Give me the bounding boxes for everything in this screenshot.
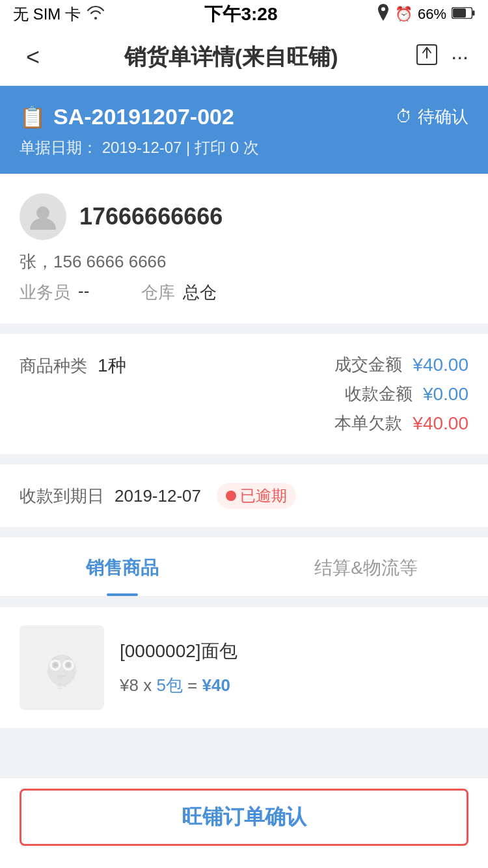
product-price-prefix: ¥8 x — [120, 675, 156, 695]
warehouse-meta: 仓库 总仓 — [141, 281, 217, 304]
due-date-value: 2019-12-07 — [115, 486, 201, 506]
share-icon[interactable] — [416, 44, 438, 71]
balance-label: 本单欠款 — [334, 412, 402, 435]
status-right: ⏰ 66% — [377, 4, 475, 25]
transaction-label: 成交金额 — [334, 353, 402, 376]
order-date-row: 单据日期： 2019-12-07 | 打印 0 次 — [20, 137, 468, 158]
transaction-amount: ¥40.00 — [413, 355, 468, 375]
product-card: 管+ [0000002]面包 ¥8 x 5包 = ¥40 — [0, 607, 488, 728]
order-header-card: 📋 SA-20191207-002 ⏱ 待确认 单据日期： 2019-12-07… — [0, 86, 488, 174]
product-image: 管+ — [20, 625, 104, 710]
battery-icon — [452, 6, 475, 23]
product-code: [0000002] — [120, 641, 201, 661]
received-amount-row: 收款金额 ¥0.00 — [345, 383, 468, 405]
svg-rect-2 — [472, 10, 475, 16]
balance-amount: ¥40.00 — [413, 413, 468, 434]
product-equals: = — [183, 675, 202, 695]
confirm-order-button[interactable]: 旺铺订单确认 — [20, 789, 468, 846]
svg-point-11 — [67, 664, 70, 666]
overdue-text: 已逾期 — [240, 485, 287, 506]
back-button[interactable]: < — [20, 37, 46, 77]
received-amount: ¥0.00 — [423, 384, 468, 405]
owl-logo: 管+ — [36, 642, 88, 694]
product-type-row: 商品种类 1种 — [20, 353, 126, 378]
tab-settlement[interactable]: 结算&物流等 — [244, 537, 488, 596]
received-label: 收款金额 — [345, 383, 413, 405]
tabs-container: 销售商品 结算&物流等 — [0, 537, 488, 597]
customer-phone[interactable]: 17666666666 — [79, 203, 223, 230]
product-qty: 5包 — [156, 675, 182, 695]
product-type-value: 1种 — [98, 353, 126, 378]
transaction-amount-row: 成交金额 ¥40.00 — [334, 353, 468, 376]
due-date-card: 收款到期日 2019-12-07 已逾期 — [0, 465, 488, 527]
product-type-label: 商品种类 — [20, 355, 87, 377]
status-clock-icon: ⏱ — [396, 107, 413, 127]
status-time: 下午3:28 — [204, 2, 277, 27]
alarm-icon: ⏰ — [395, 6, 413, 23]
bottom-bar: 旺铺订单确认 — [0, 778, 488, 868]
nav-bar: < 销货单详情(来自旺铺) ··· — [0, 29, 488, 86]
location-icon — [377, 4, 390, 25]
status-text: 待确认 — [418, 105, 468, 128]
summary-right: 成交金额 ¥40.00 收款金额 ¥0.00 本单欠款 ¥40.00 — [334, 353, 468, 435]
order-date: 2019-12-07 — [102, 139, 182, 156]
summary-card: 商品种类 1种 成交金额 ¥40.00 收款金额 ¥0.00 本单欠款 ¥40.… — [0, 334, 488, 454]
svg-point-4 — [36, 206, 49, 219]
customer-card: 17666666666 张，156 6666 6666 业务员 -- 仓库 总仓 — [0, 174, 488, 323]
warehouse-label: 仓库 — [141, 281, 175, 304]
svg-text:管+: 管+ — [57, 683, 67, 690]
nav-actions: ··· — [416, 44, 468, 71]
sales-value: -- — [78, 281, 89, 304]
svg-point-5 — [47, 655, 76, 686]
date-label: 单据日期： — [20, 139, 98, 156]
customer-meta-row: 业务员 -- 仓库 总仓 — [20, 281, 468, 304]
overdue-badge: 已逾期 — [217, 483, 296, 509]
product-price-row: ¥8 x 5包 = ¥40 — [120, 674, 468, 697]
sales-label: 业务员 — [20, 281, 70, 304]
balance-row: 本单欠款 ¥40.00 — [334, 412, 468, 435]
page-title: 销货单详情(来自旺铺) — [124, 42, 338, 72]
sim-text: 无 SIM 卡 — [13, 4, 81, 25]
order-id-icon: 📋 — [20, 105, 46, 129]
product-name-text: 面包 — [201, 641, 237, 661]
product-total: ¥40 — [202, 675, 230, 695]
customer-info-row: 张，156 6666 6666 — [20, 251, 468, 273]
summary-left: 商品种类 1种 — [20, 353, 126, 378]
order-status: ⏱ 待确认 — [396, 105, 468, 128]
customer-avatar — [20, 193, 66, 240]
svg-point-10 — [54, 664, 57, 666]
product-name: [0000002]面包 — [120, 639, 468, 664]
order-id: SA-20191207-002 — [53, 104, 234, 129]
due-date-label: 收款到期日 — [20, 485, 104, 508]
sales-meta: 业务员 -- — [20, 281, 89, 304]
battery-text: 66% — [418, 6, 446, 23]
status-bar: 无 SIM 卡 下午3:28 ⏰ 66% — [0, 0, 488, 29]
product-info: [0000002]面包 ¥8 x 5包 = ¥40 — [120, 639, 468, 697]
svg-rect-1 — [453, 8, 466, 18]
tabs-row: 销售商品 结算&物流等 — [0, 537, 488, 597]
wifi-icon — [86, 5, 105, 23]
warehouse-value: 总仓 — [183, 281, 217, 304]
print-info: | 打印 0 次 — [186, 139, 259, 156]
status-left: 无 SIM 卡 — [13, 4, 105, 25]
tab-sales-goods[interactable]: 销售商品 — [0, 537, 244, 596]
overdue-dot-icon — [226, 491, 236, 501]
more-icon[interactable]: ··· — [451, 45, 468, 69]
